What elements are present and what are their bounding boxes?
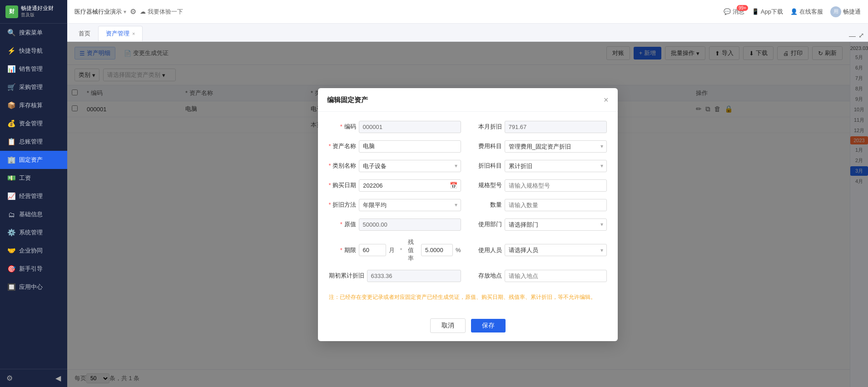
purchase-date-input[interactable] xyxy=(359,179,461,192)
form-row-8: 期初累计折旧 存放地点 xyxy=(329,270,607,282)
depr-method-select[interactable]: 年限平均 xyxy=(359,199,461,211)
tab-close-icon[interactable]: × xyxy=(132,31,135,36)
topbar: 医疗器械行业演示 ▾ ⚙ ☁ 我要体验一下 💬 消息 99+ 📱 App下载 👤… xyxy=(67,0,868,24)
use-person-select-wrapper: 请选择人员 xyxy=(505,244,607,256)
depr-method-select-wrapper: 年限平均 xyxy=(359,199,461,211)
expense-subject-select[interactable]: 管理费用_固定资产折旧 xyxy=(505,140,607,153)
company-dropdown-icon: ▾ xyxy=(124,9,126,15)
quantity-input[interactable] xyxy=(505,199,607,211)
sidebar-item-quick-nav[interactable]: ⚡ 快捷导航 xyxy=(0,42,67,60)
tab-minimize-icon[interactable]: — xyxy=(849,32,856,40)
form-group-initial-depr: 期初累计折旧 xyxy=(329,270,461,282)
basic-info-icon: 🗂 xyxy=(7,210,15,218)
residual-rate-input[interactable] xyxy=(421,244,453,256)
sales-icon: 📊 xyxy=(7,65,15,73)
avatar-icon: 用 xyxy=(830,6,841,17)
sidebar-item-guide[interactable]: 🎯 新手引导 xyxy=(0,260,67,278)
main-content: 医疗器械行业演示 ▾ ⚙ ☁ 我要体验一下 💬 消息 99+ 📱 App下载 👤… xyxy=(67,0,868,387)
sidebar-item-collab[interactable]: 🤝 企业协同 xyxy=(0,242,67,260)
tab-asset-label: 资产管理 xyxy=(106,30,129,38)
period-label: * 期限 xyxy=(329,246,356,254)
form-group-quantity: 数量 xyxy=(475,199,607,211)
sidebar-item-app-center[interactable]: 🔲 应用中心 xyxy=(0,278,67,296)
category-select-wrapper: 电子设备 xyxy=(359,160,461,172)
purchase-date-wrapper: 📅 xyxy=(359,179,461,192)
use-dept-select[interactable]: 请选择部门 xyxy=(505,218,607,231)
modal-header: 编辑固定资产 × xyxy=(318,88,618,112)
sidebar-item-sales[interactable]: 📊 销售管理 xyxy=(0,60,67,78)
save-button[interactable]: 保存 xyxy=(471,319,506,332)
app-download-btn[interactable]: 📱 App下载 xyxy=(752,8,783,16)
use-person-select[interactable]: 请选择人员 xyxy=(505,244,607,256)
topbar-left: 医疗器械行业演示 ▾ ⚙ ☁ 我要体验一下 xyxy=(74,7,183,16)
sidebar-item-fixed-assets[interactable]: 🏢 固定资产 xyxy=(0,151,67,169)
modal-body: * 编码 本月折旧 xyxy=(318,112,618,312)
asset-name-input[interactable] xyxy=(359,140,461,153)
sidebar-item-system[interactable]: ⚙️ 系统管理 xyxy=(0,223,67,242)
tab-home-label: 首页 xyxy=(79,30,90,38)
inventory-icon: 📦 xyxy=(7,101,15,109)
management-icon: 📈 xyxy=(7,192,15,200)
form-group-category: * 类别名称 电子设备 xyxy=(329,160,461,172)
tab-expand-icon[interactable]: ⤢ xyxy=(858,31,864,40)
company-selector[interactable]: 医疗器械行业演示 ▾ xyxy=(74,8,126,16)
form-row-1: * 编码 本月折旧 xyxy=(329,121,607,133)
experience-btn[interactable]: ☁ 我要体验一下 xyxy=(140,8,183,16)
form-group-purchase-date: * 购买日期 📅 xyxy=(329,179,461,192)
logo-edition: 普及版 xyxy=(21,12,54,18)
use-person-label: 使用人员 xyxy=(475,246,502,254)
cancel-button[interactable]: 取消 xyxy=(430,318,466,333)
category-select[interactable]: 电子设备 xyxy=(359,160,461,172)
tab-home[interactable]: 首页 xyxy=(71,26,98,41)
topbar-right: 💬 消息 99+ 📱 App下载 👤 在线客服 用 畅捷通 xyxy=(724,6,861,17)
original-value-input[interactable] xyxy=(359,218,461,231)
online-service-btn[interactable]: 👤 在线客服 xyxy=(790,8,823,16)
page-content: ☰ 资产明细 📄 变更生成凭证 对账 + 新增 批量操作 ▾ ⬆ xyxy=(67,42,868,387)
user-avatar[interactable]: 用 畅捷通 xyxy=(830,6,861,17)
spec-model-input[interactable] xyxy=(505,179,607,192)
sidebar-item-basic-info[interactable]: 🗂 基础信息 xyxy=(0,205,67,223)
form-group-original-value: * 原值 xyxy=(329,218,461,231)
modal-note: 注：已经存在变更记录或者对应固定资产已经生成凭证，原值、购买日期、残值率、累计折… xyxy=(329,289,607,303)
period-input[interactable] xyxy=(359,244,386,256)
sidebar-item-search[interactable]: 🔍 搜索菜单 xyxy=(0,24,67,42)
current-depr-input[interactable] xyxy=(505,121,607,133)
form-group-expense-subject: 费用科目 管理费用_固定资产折旧 xyxy=(475,140,607,153)
current-depr-label: 本月折旧 xyxy=(475,123,502,131)
period-unit-label: 月 xyxy=(389,246,395,254)
sidebar-item-purchase[interactable]: 🛒 采购管理 xyxy=(0,78,67,96)
system-icon: ⚙️ xyxy=(7,228,15,237)
tab-asset-management[interactable]: 资产管理 × xyxy=(98,26,143,41)
depr-subject-select-wrapper: 累计折旧 xyxy=(505,160,607,172)
depr-method-label: * 折旧方法 xyxy=(329,201,357,209)
storage-location-input[interactable] xyxy=(505,270,607,282)
residual-rate-unit-label: % xyxy=(456,247,461,253)
sidebar-item-inventory[interactable]: 📦 库存核算 xyxy=(0,96,67,114)
sidebar-nav: 🔍 搜索菜单 ⚡ 快捷导航 📊 销售管理 🛒 采购管理 📦 库存核算 💰 资金管… xyxy=(0,24,67,369)
code-label: * 编码 xyxy=(329,123,356,131)
initial-depr-input[interactable] xyxy=(367,270,461,282)
sidebar-item-ledger[interactable]: 📋 总账管理 xyxy=(0,133,67,151)
logo-icon: 财 xyxy=(5,5,18,18)
collapse-icon[interactable]: ◀ xyxy=(55,374,61,382)
calendar-icon[interactable]: 📅 xyxy=(450,182,457,189)
code-input[interactable] xyxy=(359,121,461,133)
form-row-6: * 原值 使用部门 请选择部门 xyxy=(329,218,607,231)
modal-title: 编辑固定资产 xyxy=(327,96,368,104)
messages-btn[interactable]: 💬 消息 99+ xyxy=(724,8,744,16)
ledger-icon: 📋 xyxy=(7,138,15,146)
sidebar-item-payroll[interactable]: 💵 工资 xyxy=(0,169,67,187)
modal-close-btn[interactable]: × xyxy=(604,95,609,105)
depr-subject-select[interactable]: 累计折旧 xyxy=(505,160,607,172)
modal-footer: 取消 保存 xyxy=(318,312,618,341)
settings-gear-icon[interactable]: ⚙ xyxy=(130,7,136,16)
sidebar-item-management[interactable]: 📈 经营管理 xyxy=(0,187,67,205)
expense-subject-label: 费用科目 xyxy=(475,142,502,150)
form-group-depr-subject: 折旧科目 累计折旧 xyxy=(475,160,607,172)
use-dept-label: 使用部门 xyxy=(475,220,502,228)
settings-icon[interactable]: ⚙ xyxy=(6,374,13,382)
guide-icon: 🎯 xyxy=(7,265,15,273)
sidebar-item-finance[interactable]: 💰 资金管理 xyxy=(0,114,67,133)
form-group-spec-model: 规格型号 xyxy=(475,179,607,192)
form-row-2: * 资产名称 费用科目 管理费用_固定资产折旧 xyxy=(329,140,607,153)
